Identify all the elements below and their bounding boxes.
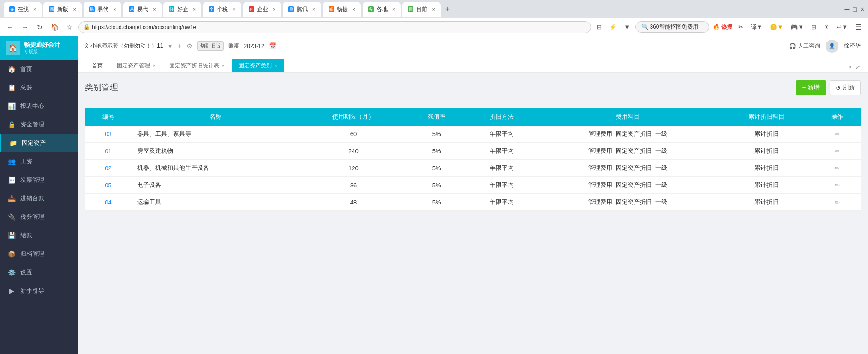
site-info-button[interactable]: ⊞: [595, 24, 604, 30]
tab-fixed-asset-mgmt[interactable]: 固定资产管理 ×: [110, 59, 162, 72]
sidebar-item-report[interactable]: 📊 报表中心: [0, 97, 78, 115]
browser-tab-gesui[interactable]: 个 个税 ×: [203, 2, 241, 17]
refresh-label: 刷新: [843, 84, 855, 92]
menu-button[interactable]: ☰: [853, 23, 863, 31]
sidebar-label-fund: 资金管理: [20, 120, 44, 129]
browser-tab-gedi[interactable]: 各 各地 ×: [363, 2, 401, 17]
translate-tool[interactable]: 译▼: [749, 23, 765, 31]
sidebar-item-salary[interactable]: 👥 工资: [0, 152, 78, 171]
browser-tab-xin[interactable]: 新 新版 ×: [43, 2, 81, 17]
forward-button[interactable]: →: [19, 22, 30, 33]
sidebar-label-tax: 税务管理: [20, 213, 44, 221]
browser-tab-haoji[interactable]: 好 好企 ×: [163, 2, 201, 17]
username: 徐泽华: [844, 42, 861, 50]
dropdown-icon[interactable]: ▼: [168, 43, 173, 49]
sidebar-item-archive[interactable]: 📦 归档管理: [0, 245, 78, 263]
row-1-edit-icon[interactable]: ✏: [835, 148, 840, 155]
address-bar[interactable]: 🔒 https://cloud.chanjet.com/accounting/u…: [78, 21, 591, 33]
sidebar-label-home: 首页: [20, 65, 32, 73]
table-row: 01 房屋及建筑物 240 5% 年限平均 管理费用_固定资产折旧_一级 累计折…: [85, 143, 861, 160]
browser-tab-changjie[interactable]: 畅 畅捷 ×: [323, 2, 361, 17]
sidebar-item-settings[interactable]: ⚙️ 设置: [0, 263, 78, 282]
row-0-code[interactable]: 03: [85, 126, 132, 143]
new-tab-button[interactable]: +: [443, 5, 453, 14]
tab-home[interactable]: 首页: [85, 59, 110, 72]
row-2-code[interactable]: 02: [85, 160, 132, 177]
tab-close-asset-category[interactable]: ×: [275, 63, 277, 68]
calendar-icon[interactable]: 📅: [269, 42, 276, 49]
sun-tool[interactable]: ☀: [822, 24, 831, 30]
row-0-edit-icon[interactable]: ✏: [835, 131, 840, 138]
search-bar[interactable]: 🔍 360智能抠图免费用: [635, 21, 709, 33]
cut-tool[interactable]: ✂: [736, 24, 745, 30]
bookmark-button[interactable]: ☆: [64, 22, 75, 33]
coin-tool[interactable]: 🪙▼: [768, 24, 785, 30]
row-3-action[interactable]: ✏: [814, 177, 861, 194]
minimize-button[interactable]: ─: [844, 6, 849, 13]
sidebar-item-close-account[interactable]: 💾 结账: [0, 226, 78, 245]
game-tool[interactable]: 🎮▼: [789, 24, 806, 30]
close-window-button[interactable]: ×: [861, 6, 864, 13]
tab-depreciation-table[interactable]: 固定资产折旧统计表 ×: [162, 59, 232, 72]
browser-tab-zaixin[interactable]: 在 在线 ×: [4, 2, 42, 17]
row-2-action[interactable]: ✏: [814, 160, 861, 177]
sidebar-label-salary: 工资: [20, 157, 32, 166]
browser-tab-bar: 在 在线 × 新 新版 × 易 易代 × 易 易代 × 好 好企 × 个 个税 …: [0, 0, 868, 18]
sidebar-item-invoice[interactable]: 🧾 发票管理: [0, 171, 78, 189]
row-4-action[interactable]: ✏: [814, 194, 861, 211]
grid-tool[interactable]: ⊞: [809, 24, 818, 30]
sidebar-item-fund[interactable]: 🔒 资金管理: [0, 115, 78, 134]
row-2-edit-icon[interactable]: ✏: [835, 165, 840, 172]
more-browser-button[interactable]: ▼: [622, 24, 632, 30]
row-3-edit-icon[interactable]: ✏: [835, 182, 840, 189]
browser-tab-tengxun[interactable]: 腾 腾讯 ×: [283, 2, 321, 17]
browser-tab-yidai1[interactable]: 易 易代 ×: [84, 2, 121, 17]
back-button[interactable]: ←: [5, 22, 16, 33]
lightning-button[interactable]: ⚡: [607, 24, 618, 30]
tab-close-fixed-asset-mgmt[interactable]: ×: [153, 63, 156, 68]
row-3-rate: 5%: [407, 177, 466, 194]
row-2-method: 年限平均: [466, 160, 537, 177]
row-1-period: 240: [300, 143, 407, 160]
undo-tool[interactable]: ↩▼: [835, 24, 850, 30]
sidebar-item-purchase-sale[interactable]: 📥 进销台账: [0, 189, 78, 208]
browser-tab-muqian[interactable]: 目 目前 ×: [402, 2, 440, 17]
row-2-name: 机器、机械和其他生产设备: [132, 160, 299, 177]
row-1-action[interactable]: ✏: [814, 143, 861, 160]
sidebar-item-tax[interactable]: 🔌 税务管理: [0, 208, 78, 226]
tab-depreciation-table-label: 固定资产折旧统计表: [169, 62, 219, 70]
sidebar-label-archive: 归档管理: [20, 250, 44, 258]
add-book-button[interactable]: +: [177, 42, 181, 50]
row-1-method: 年限平均: [466, 143, 537, 160]
row-0-accum: 累计折旧: [718, 126, 814, 143]
refresh-button[interactable]: ↺ 刷新: [830, 80, 861, 95]
row-1-expense: 管理费用_固定资产折旧_一级: [537, 143, 719, 160]
browser-tab-qiye[interactable]: 企 企业 ×: [243, 2, 281, 17]
add-category-button[interactable]: + 新增: [796, 80, 826, 95]
sidebar-item-ledger[interactable]: 📋 总账: [0, 78, 78, 97]
sidebar-item-fixed-asset[interactable]: 📁 固定资产: [0, 134, 78, 152]
sidebar-item-home[interactable]: 🏠 首页: [0, 60, 78, 78]
maximize-button[interactable]: □: [853, 6, 856, 13]
sidebar-item-guide[interactable]: ▶ 新手引导: [0, 282, 78, 300]
browser-tab-yidai2[interactable]: 易 易代 ×: [123, 2, 161, 17]
period-label: 账期: [228, 42, 239, 50]
settings-gear-button[interactable]: ⚙: [186, 42, 192, 50]
row-4-edit-icon[interactable]: ✏: [835, 199, 840, 206]
tab-close-depreciation-table[interactable]: ×: [222, 63, 225, 68]
user-avatar[interactable]: 👤: [826, 40, 838, 53]
row-0-action[interactable]: ✏: [814, 126, 861, 143]
tab-asset-category[interactable]: 固定资产类别 ×: [232, 59, 284, 72]
row-4-code[interactable]: 04: [85, 194, 132, 211]
expand-panel-button[interactable]: ⤢: [856, 64, 861, 71]
sidebar-label-purchase-sale: 进销台账: [20, 194, 44, 203]
home-browser-button[interactable]: 🏠: [49, 22, 60, 33]
support-link[interactable]: 🎧 人工咨询: [789, 42, 820, 50]
row-3-code[interactable]: 05: [85, 177, 132, 194]
switch-version-button[interactable]: 切到旧版: [197, 41, 224, 51]
sidebar-label-close-account: 结账: [20, 231, 32, 240]
refresh-browser-button[interactable]: ↻: [34, 22, 45, 33]
app-tab-bar: 首页 固定资产管理 × 固定资产折旧统计表 × 固定资产类别 × × ⤢: [78, 56, 868, 73]
close-panel-button[interactable]: ×: [848, 64, 852, 71]
row-1-code[interactable]: 01: [85, 143, 132, 160]
